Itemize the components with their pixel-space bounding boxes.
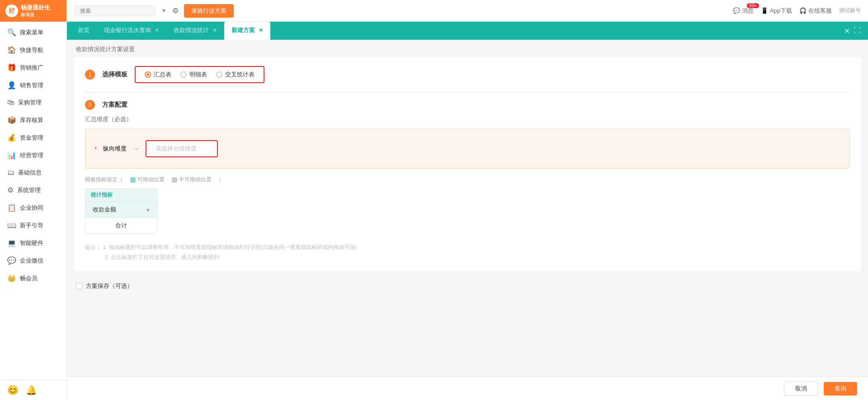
- arrow-icon: →: [132, 144, 140, 154]
- home-icon: 🏠: [7, 46, 16, 54]
- search-input[interactable]: [74, 5, 156, 16]
- sidebar-nav: 🔍 搜索菜单 🏠 快捷导航 🎁 营销推广 👤 销售管理 🛍 采购管理 📦 库存核…: [0, 22, 66, 380]
- tip1-text: 1. 拖动标题栏可以调整布局，不可跨维度或指标区域拖动栏目字段(只能在同一维度或…: [103, 244, 356, 250]
- dimension-select[interactable]: 请选择分组维度: [146, 140, 218, 157]
- sidebar-item-label: 新手引导: [20, 221, 43, 230]
- step2-row: 2 方案配置: [85, 100, 850, 110]
- tab-bank-close[interactable]: ✕: [155, 27, 159, 33]
- sidebar-item-guide[interactable]: 📖 新手引导: [0, 216, 66, 234]
- sidebar-item-marketing[interactable]: 🎁 营销推广: [0, 59, 66, 76]
- industry-btn[interactable]: 体验行业方案: [184, 4, 234, 18]
- sidebar-item-label: 快捷导航: [20, 46, 43, 54]
- online-service-btn[interactable]: 🎧 在线客服: [799, 7, 832, 15]
- logo-sub: 标准版: [21, 12, 50, 18]
- tab-bank-label: 现金银行流水查询: [104, 26, 151, 34]
- money-icon: 💰: [7, 133, 16, 142]
- sidebar-item-label: 库存核算: [20, 116, 43, 124]
- computer-icon: 💻: [7, 239, 16, 247]
- tip-title: 提示： 1. 拖动标题栏可以调整布局，不可跨维度或指标区域拖动栏目字段(只能在同…: [85, 243, 850, 253]
- step2-label: 方案配置: [102, 101, 127, 109]
- dropdown-arrow-icon[interactable]: ▼: [161, 7, 167, 14]
- legend-fixed: 不可拖动位置: [172, 176, 212, 184]
- sidebar-item-basic-info[interactable]: 🗂 基础信息: [0, 164, 66, 181]
- radio-summary-label: 汇总表: [154, 71, 171, 79]
- cancel-button[interactable]: 取消: [784, 381, 818, 396]
- tip2-row: 2. 点击标题栏下拉可设置排序、插入列和删除列: [85, 253, 850, 263]
- tab-bank[interactable]: 现金银行流水查询 ✕: [97, 22, 166, 40]
- step1-badge: 1: [85, 70, 95, 80]
- radio-detail[interactable]: 明细表: [180, 71, 207, 79]
- metrics-row-cell: 合计: [85, 218, 157, 233]
- fixed-label: 不可拖动位置: [179, 176, 212, 184]
- breadcrumb: 收款情况统计方案设置: [67, 40, 868, 57]
- dimension-title: 汇总维度（必选）: [85, 115, 850, 123]
- sidebar-item-funds[interactable]: 💰 资金管理: [0, 129, 66, 146]
- content: 收款情况统计方案设置 1 选择模板 汇总表 明细表: [67, 40, 868, 376]
- search-menu-icon: 🔍: [7, 28, 16, 37]
- minimize-icon[interactable]: ✕: [844, 27, 850, 35]
- sidebar-item-quick-nav[interactable]: 🏠 快捷导航: [0, 41, 66, 59]
- logo-icon: 好: [5, 5, 18, 17]
- tab-collection[interactable]: 收款情况统计 ✕: [166, 22, 224, 40]
- sidebar-item-operations[interactable]: 📊 经营管理: [0, 146, 66, 164]
- box-icon: 📦: [7, 116, 16, 124]
- gift-icon: 🎁: [7, 63, 16, 72]
- service-icon: 🎧: [799, 7, 807, 14]
- save-plan-checkbox[interactable]: [76, 283, 82, 289]
- settings-icon[interactable]: ⚙: [172, 6, 179, 15]
- download-label: App下载: [770, 7, 792, 15]
- sidebar-item-purchase[interactable]: 🛍 采购管理: [0, 94, 66, 111]
- window-controls: ✕ ⛶: [840, 22, 864, 40]
- sidebar-item-label: 搜索菜单: [20, 28, 43, 37]
- save-plan-label: 方案保存（可选）: [86, 282, 133, 290]
- crown-icon: 👑: [7, 274, 16, 282]
- metrics-col-header[interactable]: 收款金额 ▾: [85, 202, 157, 218]
- radio-summary[interactable]: 汇总表: [145, 71, 171, 79]
- gear-icon: ⚙: [7, 186, 14, 194]
- radio-cross-label: 交叉统计表: [225, 71, 255, 79]
- main-card: 1 选择模板 汇总表 明细表 交叉统计表: [74, 57, 861, 271]
- sidebar-item-sales[interactable]: 👤 销售管理: [0, 76, 66, 94]
- chat-icon: 💬: [7, 256, 16, 265]
- tab-new-plan-close[interactable]: ✕: [259, 27, 263, 33]
- sidebar-footer-icon1[interactable]: 😊: [7, 385, 19, 395]
- tab-collection-label: 收款情况统计: [174, 26, 209, 34]
- sidebar-item-system[interactable]: ⚙ 系统管理: [0, 181, 66, 199]
- sidebar-item-label: 销售管理: [20, 81, 43, 89]
- metrics-group-label: 统计指标: [91, 192, 113, 198]
- sidebar-item-wechat[interactable]: 💬 企业微信: [0, 252, 66, 269]
- sidebar-item-label: 畅会员: [20, 274, 38, 282]
- required-mark: *: [94, 146, 97, 152]
- vertical-label: 纵向维度: [103, 145, 127, 153]
- sidebar-item-search-menu[interactable]: 🔍 搜索菜单: [0, 24, 66, 41]
- notif-badge: 99+: [747, 3, 759, 8]
- sidebar-item-enterprise[interactable]: 📋 企业协同: [0, 199, 66, 216]
- sidebar-footer: 😊 🔔: [0, 380, 66, 400]
- maximize-icon[interactable]: ⛶: [854, 27, 861, 35]
- app-download-btn[interactable]: 📱 App下载: [761, 7, 792, 15]
- bag-icon: 🛍: [7, 99, 14, 107]
- sidebar-item-hardware[interactable]: 💻 智能硬件: [0, 234, 66, 252]
- step2-badge: 2: [85, 100, 95, 110]
- fixed-dot: [172, 177, 177, 183]
- radio-cross[interactable]: 交叉统计表: [216, 71, 255, 79]
- sidebar-logo: 好 畅捷通好生 标准版: [0, 0, 66, 22]
- main: ▼ ⚙ 体验行业方案 💬 消息 99+ 📱 App下载 🎧 在线客服 测试账号 …: [67, 0, 868, 400]
- metrics-section: 模板指标设定（ 可拖动位置 不可拖动位置 ）: [85, 176, 850, 234]
- tab-new-plan[interactable]: 新建方案 ✕: [224, 22, 270, 40]
- notification-btn[interactable]: 💬 消息 99+: [733, 7, 754, 15]
- metrics-header-text: 模板指标设定（: [85, 176, 123, 184]
- service-label: 在线客服: [808, 7, 832, 15]
- sidebar-footer-icon2[interactable]: 🔔: [26, 385, 37, 395]
- tips-section: 提示： 1. 拖动标题栏可以调整布局，不可跨维度或指标区域拖动栏目字段(只能在同…: [85, 243, 850, 262]
- tab-collection-close[interactable]: ✕: [212, 27, 217, 33]
- sidebar-item-member[interactable]: 👑 畅会员: [0, 269, 66, 287]
- query-button[interactable]: 查询: [824, 382, 857, 395]
- sidebar-item-inventory[interactable]: 📦 库存核算: [0, 111, 66, 129]
- chevron-down-icon[interactable]: ▾: [146, 207, 150, 213]
- tab-home-label: 首页: [78, 26, 90, 34]
- message-icon: 💬: [733, 7, 740, 14]
- book-icon: 📖: [7, 221, 16, 230]
- tab-home[interactable]: 首页: [71, 22, 97, 40]
- sidebar-item-label: 智能硬件: [20, 239, 43, 247]
